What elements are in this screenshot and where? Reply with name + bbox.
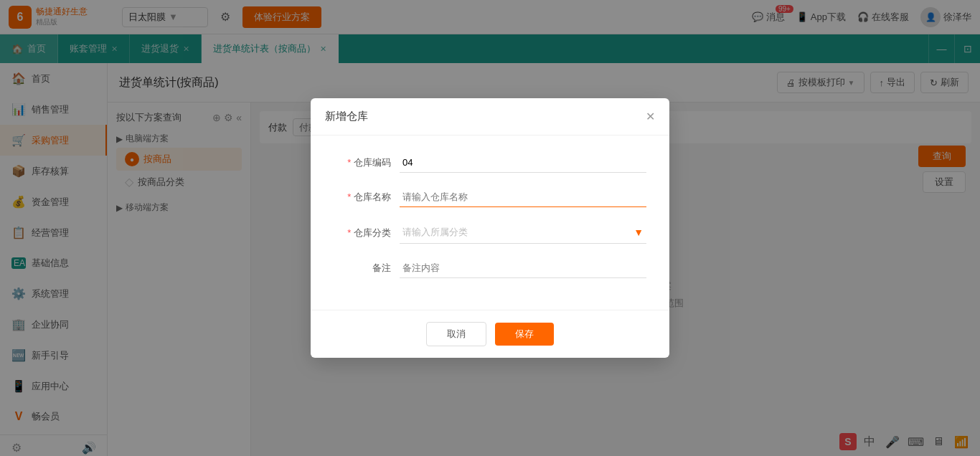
modal-body: 仓库编码 仓库名称 仓库分类 请输入所属分类 ▼ 备注	[311, 136, 669, 310]
add-warehouse-modal: 新增仓库 ✕ 仓库编码 仓库名称 仓库分类 请输入所属分类 ▼	[311, 98, 669, 358]
modal-overlay: 新增仓库 ✕ 仓库编码 仓库名称 仓库分类 请输入所属分类 ▼	[0, 0, 980, 456]
save-button[interactable]: 保存	[495, 323, 554, 346]
note-label: 备注	[334, 262, 391, 275]
category-form-row: 仓库分类 请输入所属分类 ▼	[334, 222, 646, 244]
code-input[interactable]	[400, 153, 646, 173]
code-label: 仓库编码	[334, 156, 391, 169]
modal-header: 新增仓库 ✕	[311, 98, 669, 136]
modal-footer: 取消 保存	[311, 310, 669, 358]
cancel-button[interactable]: 取消	[426, 322, 486, 346]
name-form-row: 仓库名称	[334, 187, 646, 207]
category-placeholder: 请输入所属分类	[402, 226, 468, 239]
name-label: 仓库名称	[334, 191, 391, 204]
code-form-row: 仓库编码	[334, 153, 646, 173]
note-form-row: 备注	[334, 258, 646, 278]
modal-close-button[interactable]: ✕	[646, 110, 655, 123]
chevron-down-category-icon: ▼	[633, 227, 644, 238]
modal-title: 新增仓库	[325, 110, 368, 123]
category-label: 仓库分类	[334, 227, 391, 239]
note-input[interactable]	[400, 258, 646, 278]
name-input[interactable]	[400, 187, 646, 207]
category-select[interactable]: 请输入所属分类 ▼	[400, 222, 646, 244]
